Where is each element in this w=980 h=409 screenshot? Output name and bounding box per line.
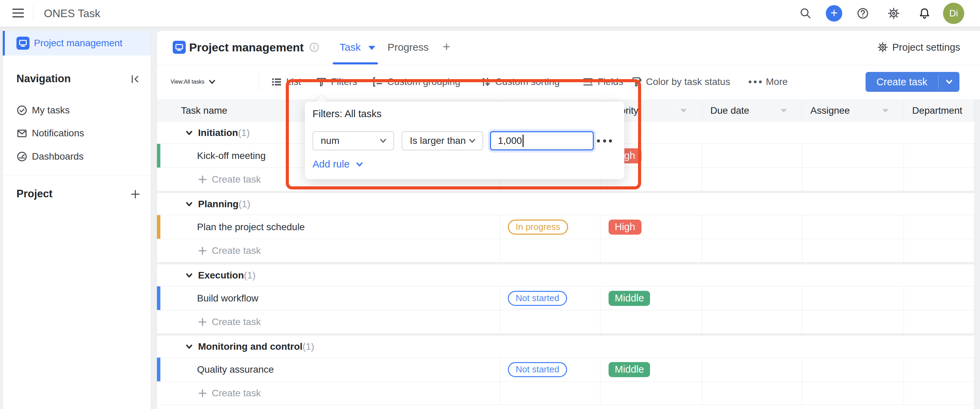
hamburger-menu-icon[interactable]: [12, 9, 24, 18]
column-label: Assignee: [810, 105, 850, 116]
add-rule-label: Add rule: [312, 159, 350, 170]
add-project-icon[interactable]: [130, 189, 140, 199]
add-tab-button[interactable]: +: [443, 31, 450, 64]
task-row[interactable]: Quality assuranceNot startedMiddle: [157, 358, 974, 382]
create-task-row[interactable]: Create task: [157, 382, 974, 405]
group-header-row[interactable]: Execution(1): [157, 264, 974, 286]
filter-caret-icon[interactable]: [781, 109, 787, 113]
priority-cell[interactable]: Middle: [600, 286, 702, 310]
view-label: View:All tasks: [171, 79, 204, 85]
toolbar-filters-button[interactable]: Filters: [316, 65, 357, 99]
priority-cell[interactable]: Middle: [600, 358, 702, 381]
toolbar-label: List: [286, 76, 301, 88]
table-cell: [904, 239, 974, 262]
create-task-inline-button[interactable]: Create task: [157, 239, 500, 262]
table-cell: [904, 286, 974, 310]
sidebar-item-my-tasks[interactable]: My tasks: [3, 99, 151, 122]
sidebar-item-notifications[interactable]: Notifications: [3, 122, 151, 145]
table-cell: [802, 310, 904, 333]
tab-label: Task: [340, 41, 361, 53]
info-icon[interactable]: [309, 42, 319, 53]
create-task-inline-button[interactable]: Create task: [157, 310, 500, 333]
chevron-down-icon: [368, 46, 375, 50]
chevron-down-icon[interactable]: [185, 129, 193, 137]
project-settings-button[interactable]: Project settings: [877, 31, 960, 64]
quick-create-icon[interactable]: +: [826, 5, 842, 22]
bell-icon[interactable]: [918, 7, 931, 19]
plus-icon: [198, 175, 207, 184]
group-header-row[interactable]: Monitoring and control(1): [157, 336, 974, 358]
column-header-department[interactable]: Department: [904, 99, 974, 122]
filters-popup-title: Filters: All tasks: [312, 108, 381, 119]
project-settings-label: Project settings: [892, 42, 960, 53]
filter-operator-select[interactable]: Is larger than: [402, 131, 483, 150]
sidebar-nav-title: Navigation: [16, 73, 71, 85]
table-cell: [702, 239, 802, 262]
view-switcher[interactable]: View:All tasks: [171, 65, 216, 99]
tab-progress[interactable]: Progress: [388, 31, 429, 64]
create-task-row-label: Create task: [212, 245, 261, 256]
table-cell: [702, 168, 802, 191]
chevron-down-icon[interactable]: [939, 77, 959, 87]
create-task-row[interactable]: Create task: [157, 310, 974, 334]
toolbar-fields-button[interactable]: Fields: [582, 65, 623, 99]
toolbar-label: Fields: [598, 76, 623, 88]
chevron-down-icon[interactable]: [185, 200, 193, 208]
column-label: Department: [912, 105, 962, 116]
priority-cell[interactable]: High: [600, 215, 702, 239]
toolbar-custom-grouping-button[interactable]: Custom grouping: [372, 65, 460, 99]
search-icon[interactable]: [799, 7, 812, 19]
status-cell[interactable]: In progress: [500, 215, 600, 239]
task-color-bar: [157, 286, 161, 310]
toolbar-list-button[interactable]: List: [271, 65, 301, 99]
filter-field-select[interactable]: num: [312, 131, 394, 150]
status-badge: In progress: [508, 220, 568, 235]
chevron-down-icon[interactable]: [185, 342, 193, 351]
task-row[interactable]: Plan the project scheduleIn progressHigh: [157, 215, 974, 239]
status-cell[interactable]: Not started: [500, 358, 600, 381]
avatar[interactable]: Di: [943, 3, 964, 24]
sidebar-item-dashboards[interactable]: Dashboards: [3, 145, 151, 168]
filter-caret-icon[interactable]: [681, 109, 687, 113]
task-row[interactable]: Build workflowNot startedMiddle: [157, 286, 974, 310]
table-cell: [600, 310, 702, 333]
create-task-inline-button[interactable]: Create task: [157, 382, 500, 404]
sidebar-item-label: Notifications: [32, 128, 84, 139]
group-name: Initiation: [198, 127, 238, 138]
project-app-icon: [16, 37, 29, 50]
sidebar-item-project-management[interactable]: Project management: [3, 31, 151, 56]
toolbar-more-button[interactable]: More: [749, 65, 788, 99]
column-header-due-date[interactable]: Due date: [702, 99, 802, 122]
task-name[interactable]: Plan the project schedule: [157, 215, 500, 239]
filter-caret-icon[interactable]: [882, 109, 889, 113]
check-circle-icon: [16, 105, 27, 116]
toolbar-label: Custom sorting: [495, 76, 560, 88]
collapse-sidebar-icon[interactable]: [130, 74, 140, 84]
create-task-button[interactable]: Create task: [865, 72, 959, 92]
status-badge: Not started: [508, 362, 567, 377]
create-task-row[interactable]: Create task: [157, 239, 974, 263]
help-icon[interactable]: [857, 7, 869, 19]
chevron-down-icon[interactable]: [185, 271, 193, 280]
filter-row-more-icon[interactable]: [597, 135, 612, 146]
sidebar-item-label: Dashboards: [32, 151, 84, 162]
tab-task[interactable]: Task: [340, 31, 375, 64]
toolbar-color-by-status-button[interactable]: Color by task status: [631, 65, 730, 99]
envelope-icon: [16, 128, 27, 139]
add-rule-button[interactable]: Add rule: [312, 159, 364, 170]
toolbar-custom-sorting-button[interactable]: Custom sorting: [480, 65, 560, 99]
toolbar-label: Color by task status: [646, 76, 730, 88]
group-header-row[interactable]: Planning(1): [157, 193, 974, 215]
create-task-row-label: Create task: [212, 388, 261, 399]
task-name[interactable]: Quality assurance: [157, 358, 500, 381]
table-cell: [500, 310, 600, 333]
task-name[interactable]: Build workflow: [157, 286, 500, 310]
filters-popup: Filters: All tasks num Is larger than 1,…: [305, 102, 624, 179]
group-count: (1): [238, 127, 250, 138]
column-header-assignee[interactable]: Assignee: [802, 99, 904, 122]
sidebar-divider: [3, 175, 151, 175]
filter-value-input[interactable]: 1,000: [490, 131, 594, 150]
plus-icon: [198, 389, 207, 398]
gear-icon[interactable]: [888, 7, 900, 19]
status-cell[interactable]: Not started: [500, 286, 600, 310]
